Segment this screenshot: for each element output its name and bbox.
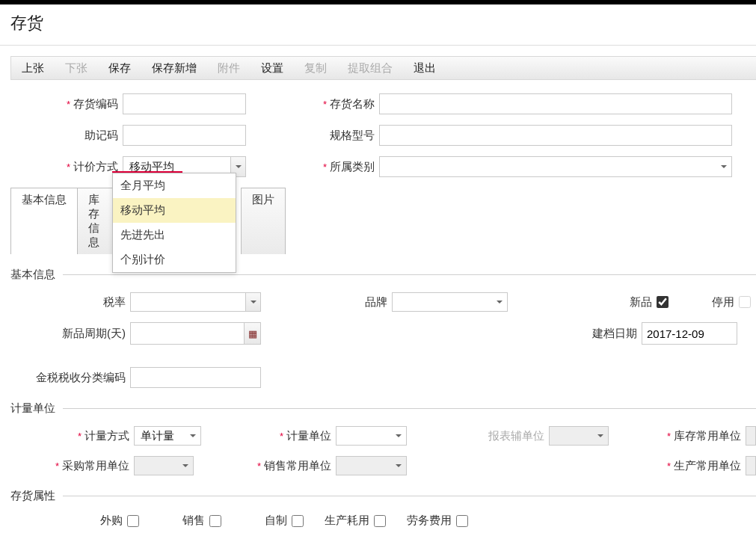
unit-method-label: 计量方式: [10, 429, 134, 443]
report-unit-label: 报表辅单位: [414, 429, 549, 443]
valuation-label: 计价方式: [10, 160, 123, 174]
save-new-button[interactable]: 保存新增: [152, 61, 197, 76]
chevron-down-icon: [716, 157, 731, 176]
new-period-input[interactable]: ▦: [130, 322, 261, 345]
tax-label: 税率: [10, 295, 130, 309]
new-period-label: 新品周期(天): [10, 327, 130, 341]
unit-label: 计量单位: [212, 429, 336, 443]
purchase-unit-label: 采购常用单位: [10, 459, 134, 473]
chevron-down-icon: [245, 293, 260, 311]
tab-stock[interactable]: 库存信息: [77, 188, 117, 254]
toolbar: 上张 下张 保存 保存新增 附件 设置 复制 提取组合 退出: [10, 56, 756, 80]
purchase-unit-select[interactable]: [134, 456, 194, 475]
attr-sales-label: 销售: [182, 514, 209, 528]
sales-unit-select[interactable]: [336, 456, 407, 475]
save-button[interactable]: 保存: [108, 61, 131, 76]
spec-label: 规格型号: [268, 129, 379, 143]
chevron-down-icon: [391, 427, 406, 445]
name-input[interactable]: [379, 93, 732, 114]
production-unit-label: 生产常用单位: [667, 459, 746, 473]
brand-select[interactable]: [392, 292, 508, 312]
attr-outsourced-checkbox[interactable]: [127, 515, 139, 527]
mnemonic-input[interactable]: [123, 125, 246, 146]
create-date-input[interactable]: [642, 322, 737, 345]
attr-outsourced-label: 外购: [100, 514, 127, 528]
attr-consumed-checkbox[interactable]: [374, 515, 386, 527]
valuation-dropdown: 全月平均 移动平均 先进先出 个别计价: [112, 173, 236, 273]
category-select[interactable]: [379, 156, 732, 177]
name-label: 存货名称: [268, 97, 379, 111]
stock-unit-select[interactable]: [746, 426, 756, 446]
attachment-button[interactable]: 附件: [218, 61, 240, 76]
valuation-option-fifo[interactable]: 先进先出: [113, 223, 236, 247]
unit-select[interactable]: [336, 426, 407, 446]
attr-consumed-label: 生产耗用: [325, 514, 374, 528]
next-button[interactable]: 下张: [65, 61, 87, 76]
code-label: 存货编码: [10, 97, 123, 111]
tax-select[interactable]: [130, 292, 261, 312]
new-checkbox[interactable]: [657, 296, 669, 308]
attr-labor-label: 劳务费用: [407, 514, 456, 528]
attr-sales-checkbox[interactable]: [209, 515, 221, 527]
valuation-option-monthly-avg[interactable]: 全月平均: [113, 173, 236, 198]
new-label: 新品: [630, 295, 657, 309]
attr-selfmade-checkbox[interactable]: [292, 515, 304, 527]
copy-button[interactable]: 复制: [304, 61, 327, 76]
settings-button[interactable]: 设置: [261, 61, 283, 76]
exit-button[interactable]: 退出: [414, 61, 436, 76]
chevron-down-icon: [185, 427, 200, 445]
valuation-option-individual[interactable]: 个别计价: [113, 247, 236, 272]
valuation-value: 移动平均: [129, 160, 174, 174]
attr-labor-checkbox[interactable]: [456, 515, 468, 527]
chevron-down-icon: [492, 293, 507, 311]
unit-method-select[interactable]: 单计量: [134, 426, 201, 446]
tab-basic[interactable]: 基本信息: [10, 188, 78, 254]
prev-button[interactable]: 上张: [22, 61, 44, 76]
spec-input[interactable]: [379, 125, 732, 146]
report-unit-select: [549, 426, 609, 446]
calendar-icon[interactable]: ▦: [244, 323, 260, 344]
code-input[interactable]: [123, 93, 246, 114]
chevron-down-icon: [178, 457, 193, 475]
chevron-down-icon: [593, 427, 608, 445]
gold-tax-label: 金税税收分类编码: [10, 371, 130, 385]
category-label: 所属类别: [268, 160, 379, 174]
section-attrs: 存货属性: [10, 489, 756, 503]
sales-unit-label: 销售常用单位: [212, 459, 336, 473]
extract-button[interactable]: 提取组合: [348, 61, 393, 76]
create-date-label: 建档日期: [592, 327, 642, 341]
valuation-option-moving-avg[interactable]: 移动平均: [113, 198, 236, 223]
attr-selfmade-label: 自制: [265, 514, 292, 528]
gold-tax-input[interactable]: [130, 367, 261, 388]
brand-label: 品牌: [265, 295, 392, 309]
production-unit-select[interactable]: [746, 456, 756, 475]
chevron-down-icon: [391, 457, 406, 475]
page-title: 存货: [0, 4, 756, 46]
tab-image[interactable]: 图片: [241, 188, 286, 254]
section-units: 计量单位: [10, 401, 756, 416]
disabled-label: 停用: [712, 295, 739, 309]
mnemonic-label: 助记码: [10, 129, 123, 143]
stock-unit-label: 库存常用单位: [667, 429, 746, 443]
disabled-checkbox[interactable]: [739, 296, 751, 308]
